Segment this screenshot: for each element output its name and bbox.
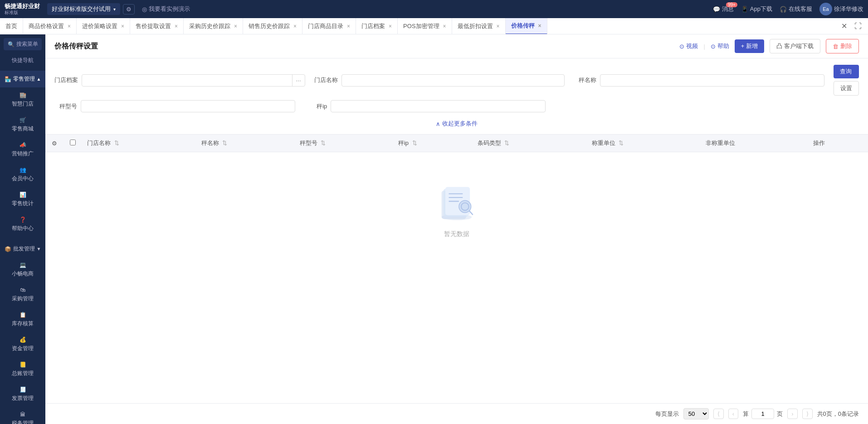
tab-close-icon[interactable]: ×: [293, 23, 297, 29]
select-all-checkbox[interactable]: [70, 140, 76, 145]
sidebar-item-label: 营销推广: [12, 150, 34, 158]
sidebar-item-purchase[interactable]: 🛍 采购管理: [0, 282, 45, 307]
maximize-button[interactable]: ⛶: [852, 21, 864, 31]
download-label: 客户端下载: [784, 42, 814, 50]
filter-scale-ip-input[interactable]: [331, 100, 545, 112]
sidebar-item-marketing[interactable]: 📣 营销推广: [0, 137, 45, 162]
messages-button[interactable]: 💬 消息 99+: [713, 5, 734, 13]
video-link[interactable]: ⊙ 视频: [679, 42, 698, 50]
sidebar-item-inventory[interactable]: 📋 库存核算: [0, 307, 45, 332]
th-weight-unit: 称重单位 ⇅: [586, 135, 701, 152]
tab-price-scale[interactable]: 价格传秤 ×: [506, 18, 547, 34]
sort-icon: ⇅: [222, 140, 227, 146]
sidebar-item-label: 采购管理: [12, 295, 34, 303]
version-label: 好业财标准版交付试用: [52, 5, 111, 13]
tab-home-label: 首页: [5, 22, 17, 30]
sidebar-item-label: 零售统计: [12, 200, 34, 207]
sidebar-item-label: 资金管理: [12, 345, 34, 352]
tab-close-icon[interactable]: ×: [347, 23, 350, 29]
download-client-button[interactable]: 凸 客户端下载: [770, 39, 820, 53]
th-settings: ⚙: [45, 135, 63, 152]
version-selector[interactable]: 好业财标准版交付试用 ▾: [47, 3, 120, 15]
filter-collapse-button[interactable]: ∧ 收起更多条件: [436, 120, 478, 128]
app-subtitle: 标准版: [5, 10, 40, 15]
sidebar-item-xiaochangec[interactable]: 💻 小畅电商: [0, 257, 45, 282]
page-number-input[interactable]: [751, 409, 774, 419]
prev-page-button[interactable]: ‹: [728, 409, 738, 419]
add-button[interactable]: + 新增: [735, 39, 764, 53]
chevron-down-icon: ▾: [113, 7, 116, 12]
tab-close-icon[interactable]: ×: [389, 23, 392, 29]
sidebar-item-retail[interactable]: 🏪 零售管理 ▲: [0, 71, 45, 87]
next-page-button[interactable]: ›: [787, 409, 797, 419]
per-page-select[interactable]: 20 50 100: [683, 408, 709, 419]
app-download-label: App下载: [750, 5, 772, 13]
quick-nav-button[interactable]: 快捷导航: [0, 54, 45, 67]
filter-scale-model-input[interactable]: [81, 100, 295, 112]
tab-store-catalog[interactable]: 门店商品目录 ×: [302, 18, 356, 34]
demo-link[interactable]: ◎ 我要看实例演示: [142, 5, 190, 13]
tab-min-discount[interactable]: 最低折扣设置 ×: [452, 18, 506, 34]
sidebar-item-member[interactable]: 👥 会员中心: [0, 162, 45, 187]
topbar-settings-button[interactable]: ⚙: [123, 4, 135, 14]
user-profile-button[interactable]: Ea 徐泽华修改: [819, 3, 863, 15]
sidebar-item-retail-mall[interactable]: 🛒 零售商城: [0, 112, 45, 137]
tab-close-icon[interactable]: ×: [443, 23, 446, 29]
online-service-label: 在线客服: [789, 5, 812, 13]
tab-close-icon[interactable]: ×: [234, 23, 237, 29]
th-label: 门店名称: [87, 140, 111, 146]
delete-button[interactable]: 🗑 删除: [826, 39, 859, 53]
online-service-button[interactable]: 🎧 在线客服: [780, 5, 812, 13]
tab-close-icon[interactable]: ×: [538, 23, 541, 29]
user-name: 徐泽华修改: [834, 5, 863, 13]
pagination-total: 共0页，0条记录: [817, 410, 859, 418]
tab-close-icon[interactable]: ×: [68, 23, 71, 29]
search-menu-button[interactable]: 🔍 搜索菜单: [4, 38, 42, 50]
tab-close-icon[interactable]: ×: [121, 23, 124, 29]
last-page-button[interactable]: ⟩: [802, 409, 813, 419]
shopping-icon: 🛍: [20, 287, 25, 293]
tab-close-icon[interactable]: ×: [497, 23, 500, 29]
collapse-icon: ∧: [436, 120, 440, 127]
tab-product-price[interactable]: 商品价格设置 ×: [23, 18, 77, 34]
filter-store-name-input[interactable]: [341, 74, 565, 87]
tab-store-profile[interactable]: 门店档案 ×: [356, 18, 398, 34]
tab-sale-pickup[interactable]: 售价提取设置 ×: [130, 18, 184, 34]
app-download-button[interactable]: 📱 App下载: [741, 5, 772, 13]
sidebar-item-invoice[interactable]: 🧾 发票管理: [0, 382, 45, 407]
filter-store-profile-input[interactable]: [82, 75, 292, 86]
sidebar-item-smart-store[interactable]: 🏬 智慧门店: [0, 87, 45, 112]
sidebar-item-tax[interactable]: 🏛 税务管理: [0, 407, 45, 424]
download-icon: 凸: [776, 42, 782, 50]
arrow-up-icon: ▲: [37, 77, 41, 82]
sidebar-item-wholesale[interactable]: 📦 批发管理 ▼: [0, 241, 45, 257]
tab-purchase-history[interactable]: 采购历史价跟踪 ×: [184, 18, 243, 34]
message-icon: 💬: [713, 6, 720, 13]
tab-purchase-strategy[interactable]: 进价策略设置 ×: [77, 18, 130, 34]
video-label: 视频: [686, 42, 698, 50]
query-button[interactable]: 查询: [834, 65, 859, 78]
sort-icon: ⇅: [619, 140, 624, 146]
table-header-row: ⚙ 门店名称 ⇅ 秤名称 ⇅: [45, 135, 868, 152]
tab-sale-history[interactable]: 销售历史价跟踪 ×: [243, 18, 302, 34]
per-page-label: 每页显示: [655, 410, 679, 418]
tab-pos-manage[interactable]: POS加密管理 ×: [398, 18, 452, 34]
tab-label: 门店档案: [361, 22, 385, 30]
close-all-tabs-button[interactable]: ✕: [839, 21, 850, 31]
sidebar-item-label: 批发管理: [13, 245, 35, 253]
tab-close-icon[interactable]: ×: [175, 23, 178, 29]
settings-action-button[interactable]: 设置: [834, 81, 859, 96]
sidebar-item-label: 零售商城: [12, 125, 34, 133]
filter-store-profile-btn[interactable]: ···: [292, 75, 305, 86]
th-non-weight-unit: 非称重单位: [700, 135, 808, 152]
sidebar-item-help[interactable]: ❓ 帮助中心: [0, 212, 45, 237]
filter-scale-name-input[interactable]: [600, 74, 824, 87]
sidebar-item-finance[interactable]: 💰 资金管理: [0, 332, 45, 357]
sidebar-item-retail-stats[interactable]: 📊 零售统计: [0, 187, 45, 212]
help-link[interactable]: ⊙ 帮助: [711, 42, 729, 50]
first-page-button[interactable]: ⟨: [713, 409, 724, 419]
th-label: 秤型号: [300, 140, 317, 146]
sidebar-item-general-ledger[interactable]: 📒 总账管理: [0, 357, 45, 382]
filter-scale-ip-label: 秤ip: [304, 102, 327, 111]
tab-home[interactable]: 首页: [0, 18, 23, 34]
